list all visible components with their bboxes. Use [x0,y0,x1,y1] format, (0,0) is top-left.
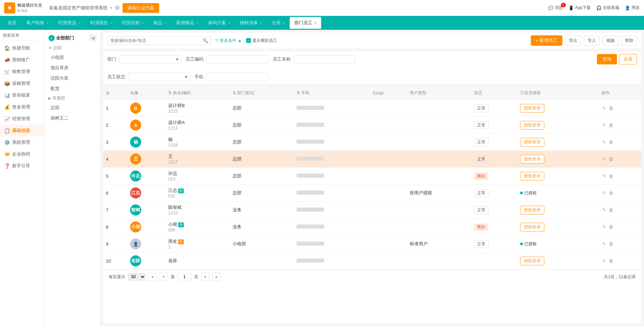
sidebar-search-input[interactable] [3,33,45,38]
navtab-7[interactable]: 条码方案× [203,17,235,29]
navtab-4[interactable]: 经营历程× [117,17,149,29]
navtab-2[interactable]: 经营情况× [53,17,85,29]
col-phone[interactable]: ⇅ 手机 [294,87,370,100]
authorize-btn[interactable]: 授权登录 [520,206,544,214]
sidebar-item-basic[interactable]: 📋基础信息 [0,125,45,136]
authorize-btn[interactable]: 授权登录 [520,155,544,164]
delete-icon[interactable]: 🗑 [609,122,614,128]
navtab-8[interactable]: 物料清单× [235,17,267,29]
delete-icon[interactable]: 🗑 [609,224,614,230]
edit-icon[interactable]: ✎ [602,190,606,196]
navtab-6[interactable]: 新增商品× [171,17,203,29]
last-page-btn[interactable]: » [212,273,220,281]
delete-icon[interactable]: 🗑 [609,241,614,247]
edit-icon[interactable]: ✎ [602,224,606,230]
set-btn[interactable]: 设置 [619,54,637,64]
authorize-btn[interactable]: 授权登录 [520,104,544,113]
close-tab-icon[interactable]: × [110,21,112,25]
close-tab-icon[interactable]: × [228,21,230,25]
per-page-select[interactable]: 50 20 100 [128,273,146,281]
view-btn[interactable]: 视频 [602,36,618,46]
edit-icon[interactable]: ✎ [602,173,606,179]
authorize-btn[interactable]: 授权登录 [520,223,544,231]
close-tab-icon[interactable]: × [46,21,48,25]
dept-item-peihuo[interactable]: 配货 [45,83,100,94]
help-btn[interactable]: 帮助 [621,36,637,46]
filter-dept-select[interactable]: ▾ [119,55,181,63]
navtab-9[interactable]: 仓库× [267,17,290,29]
next-page-btn[interactable]: > [201,273,209,281]
gear-icon[interactable]: ⚙ [115,5,120,11]
first-page-btn[interactable]: « [148,273,157,281]
close-tab-icon[interactable]: × [283,21,285,25]
sidebar-item-finance[interactable]: 💰资金管理 [0,101,45,113]
add-employee-btn[interactable]: + 新增员工 [531,35,562,46]
navtab-3[interactable]: 利润报告× [85,17,117,29]
authorize-btn[interactable]: 授权登录 [520,257,544,265]
edit-icon[interactable]: ✎ [602,122,606,128]
delete-icon[interactable]: 🗑 [609,139,614,145]
dept-item-xiangmukufang[interactable]: 项目库房 [45,63,100,73]
message-btn[interactable]: 💬 消息 5 [548,5,563,11]
close-tab-icon[interactable]: × [315,21,317,25]
more-conditions-btn[interactable]: ▽ 更多条件 ▲ [215,38,242,44]
close-tab-icon[interactable]: × [164,21,166,25]
close-tab-icon[interactable]: × [142,21,144,25]
delete-icon[interactable]: 🗑 [609,105,614,111]
authorize-btn[interactable]: 授权登录 [520,172,544,180]
page-input[interactable] [178,273,191,280]
app-download-btn[interactable]: 📱 App下载 [569,5,591,11]
sidebar-item-sales[interactable]: 🛒销售管理 [0,66,45,78]
filter-empcode-input[interactable] [206,55,269,63]
edit-icon[interactable]: ✎ [602,207,606,213]
sidebar-item-purchase[interactable]: 📦采购管理 [0,78,45,89]
col-name[interactable]: ⇅ 姓名/编码 [165,87,229,100]
dept-item-chashu[interactable]: 插树王二 [45,113,100,123]
sidebar-item-marketing[interactable]: 📣营销推广 [0,54,45,66]
dept-item-shenyangdaku[interactable]: 沈阳大库 [45,73,100,83]
sidebar-item-guide[interactable]: ❓新手引导 [0,160,45,172]
export-btn[interactable]: 导出 [565,36,581,46]
dept-collapse-btn[interactable]: ≪ [90,35,97,42]
edit-icon[interactable]: ✎ [602,105,606,111]
navtab-10[interactable]: 部门员工× [290,17,321,29]
navtab-0[interactable]: 首页 [3,17,21,29]
edit-icon[interactable]: ✎ [602,241,606,247]
search-input[interactable] [110,38,201,43]
navtab-1[interactable]: 客户联络× [21,17,53,29]
sidebar-item-operation[interactable]: 📈经营管理 [0,113,45,125]
import-btn[interactable]: 导入 [584,36,600,46]
dept-item-xiaodibu[interactable]: 小电部 [45,52,100,63]
prev-page-btn[interactable]: < [160,273,168,281]
user-btn[interactable]: 👤 用友 [625,5,640,11]
col-dept[interactable]: ⇅ 部门/职位 [230,87,294,100]
authorize-btn[interactable]: 授权登录 [520,121,544,130]
dept-item-zongbu[interactable]: 总部 [45,103,100,113]
edit-icon[interactable]: ✎ [602,156,606,162]
try-btn[interactable]: 体验行业方案 [123,3,159,13]
sidebar-item-system[interactable]: ⚙️系统管理 [0,136,45,148]
edit-icon[interactable]: ✎ [602,258,606,264]
query-btn[interactable]: 查询 [597,54,617,64]
filter-status-select[interactable]: ▾ [128,73,190,81]
title-dropdown-arrow[interactable]: ▾ [110,6,112,10]
authorize-btn[interactable]: 授权登录 [520,138,544,147]
close-tab-icon[interactable]: × [78,21,80,25]
online-service-btn[interactable]: 🎧 在线客服 [596,5,619,11]
navtab-5[interactable]: 商品× [148,17,171,29]
close-tab-icon[interactable]: × [196,21,198,25]
show-resign-toggle[interactable]: ✓ 显示离职员工 [246,38,277,44]
delete-icon[interactable]: 🗑 [609,173,614,179]
filter-empname-input[interactable] [293,55,356,63]
delete-icon[interactable]: 🗑 [609,156,614,162]
close-tab-icon[interactable]: × [260,21,262,25]
col-settings[interactable]: ⚙ [103,87,127,100]
delete-icon[interactable]: 🗑 [609,190,614,196]
filter-phone-input[interactable] [206,73,269,81]
delete-icon[interactable]: 🗑 [609,207,614,213]
sidebar-item-collab[interactable]: 🤝企业协同 [0,148,45,160]
edit-icon[interactable]: ✎ [602,139,606,145]
delete-icon[interactable]: 🗑 [609,258,614,264]
sidebar-item-quick-nav[interactable]: 🏠快捷导航 [0,42,45,54]
sidebar-item-stock[interactable]: 📊库存核算 [0,89,45,101]
